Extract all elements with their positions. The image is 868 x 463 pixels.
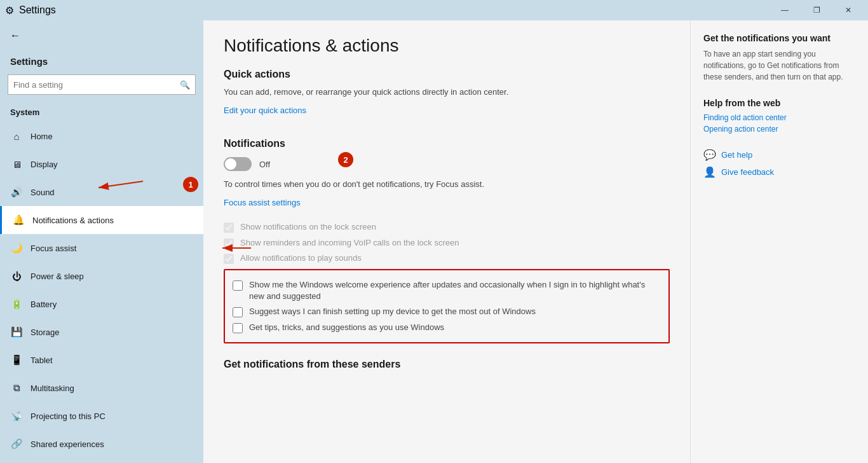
checkbox-welcome: Show me the Windows welcome experience a…	[233, 279, 661, 302]
notifications-title: Notifications	[224, 138, 670, 149]
checkbox-sounds: Allow notifications to play sounds	[224, 252, 670, 264]
home-icon: ⌂	[10, 131, 23, 142]
sidebar-item-multitasking[interactable]: ⧉ Multitasking	[0, 374, 203, 402]
notifications-icon: 🔔	[12, 214, 25, 226]
sidebar-item-home[interactable]: ⌂ Home	[0, 122, 203, 150]
title-bar-controls: — ❐ ✕	[770, 0, 863, 20]
minimize-button[interactable]: —	[770, 0, 799, 20]
title-bar-left: ⚙ Settings	[5, 4, 56, 17]
checkbox-tips-label: Get tips, tricks, and suggestions as you…	[249, 322, 444, 333]
right-panel-help: Help from the web Finding old action cen…	[703, 98, 855, 134]
sidebar-item-label-battery: Battery	[31, 300, 57, 309]
right-panel-link-opening[interactable]: Opening action center	[703, 125, 855, 134]
sidebar-item-label-power: Power & sleep	[31, 272, 84, 281]
sidebar-item-label-storage: Storage	[31, 328, 60, 337]
sidebar-item-label-display: Display	[31, 160, 58, 169]
sidebar-item-label-sound: Sound	[31, 188, 55, 197]
annotation-2: 2	[338, 152, 353, 167]
give-feedback-action[interactable]: 👤 Give feedback	[703, 166, 855, 178]
right-panel: Get the notifications you want To have a…	[690, 20, 868, 463]
notifications-section: Notifications Off 2 To control times whe…	[224, 138, 670, 343]
main-content: Notifications & actions Quick actions Yo…	[203, 20, 690, 463]
give-feedback-icon: 👤	[703, 166, 716, 178]
search-icon: 🔍	[180, 80, 190, 90]
get-help-icon: 💬	[703, 149, 716, 161]
sidebar-item-shared[interactable]: 🔗 Shared experiences	[0, 430, 203, 458]
power-icon: ⏻	[10, 271, 23, 282]
app-title: Settings	[0, 51, 203, 74]
annotation-1: 1	[183, 177, 198, 192]
sidebar-item-sound[interactable]: 🔊 Sound 1	[0, 178, 203, 206]
back-button[interactable]: ←	[0, 20, 203, 51]
quick-actions-section: Quick actions You can add, remove, or re…	[224, 69, 670, 125]
settings-icon: ⚙	[5, 4, 14, 17]
checkbox-voip-input[interactable]	[224, 238, 234, 249]
sidebar-item-label-multitasking: Multitasking	[31, 384, 74, 393]
sidebar-item-battery[interactable]: 🔋 Battery	[0, 290, 203, 318]
right-panel-link-finding[interactable]: Finding old action center	[703, 113, 855, 122]
focus-icon: 🌙	[10, 242, 23, 254]
checkbox-voip: Show reminders and incoming VoIP calls o…	[224, 237, 670, 249]
sidebar-item-label-shared: Shared experiences	[31, 439, 104, 449]
content-area: Notifications & actions Quick actions Yo…	[203, 20, 868, 463]
right-panel-notifications-text: To have an app start sending you notific…	[703, 48, 855, 83]
checkbox-setup: Suggest ways I can finish setting up my …	[233, 306, 661, 317]
sidebar: ← Settings 🔍 System ⌂ Home 🖥 Display 🔊 S…	[0, 20, 203, 463]
right-panel-get-notifications: Get the notifications you want To have a…	[703, 33, 855, 83]
tablet-icon: 📱	[10, 354, 23, 366]
checkbox-sounds-input[interactable]	[224, 254, 234, 264]
multitasking-icon: ⧉	[10, 382, 23, 394]
checkbox-welcome-label: Show me the Windows welcome experience a…	[249, 279, 661, 302]
toggle-row: Off 2	[224, 157, 670, 171]
sidebar-item-label-notifications: Notifications & actions	[32, 216, 114, 225]
storage-icon: 💾	[10, 326, 23, 338]
sidebar-item-display[interactable]: 🖥 Display	[0, 150, 203, 178]
search-input[interactable]	[13, 80, 180, 90]
highlight-box: Show me the Windows welcome experience a…	[224, 269, 670, 343]
get-senders-section: Get notifications from these senders	[224, 359, 670, 370]
maximize-button[interactable]: ❐	[802, 0, 831, 20]
sidebar-item-storage[interactable]: 💾 Storage	[0, 318, 203, 346]
display-icon: 🖥	[10, 159, 23, 170]
give-feedback-label: Give feedback	[721, 167, 774, 177]
get-help-action[interactable]: 💬 Get help	[703, 149, 855, 161]
sound-icon: 🔊	[10, 186, 23, 198]
sidebar-item-label-projecting: Projecting to this PC	[31, 411, 105, 421]
toggle-knob	[225, 158, 236, 170]
battery-icon: 🔋	[10, 298, 23, 310]
close-button[interactable]: ✕	[834, 0, 863, 20]
page-title: Notifications & actions	[224, 36, 670, 56]
sidebar-item-projecting[interactable]: 📡 Projecting to this PC	[0, 402, 203, 430]
checkbox-lockscreen-input[interactable]	[224, 223, 234, 233]
checkbox-setup-input[interactable]	[233, 307, 243, 317]
sidebar-item-label-focus: Focus assist	[31, 244, 76, 253]
checkbox-tips: Get tips, tricks, and suggestions as you…	[233, 322, 661, 333]
checkbox-voip-label: Show reminders and incoming VoIP calls o…	[240, 237, 459, 249]
quick-actions-title: Quick actions	[224, 69, 670, 80]
app-body: ← Settings 🔍 System ⌂ Home 🖥 Display 🔊 S…	[0, 20, 868, 463]
shared-icon: 🔗	[10, 438, 23, 450]
checkbox-lockscreen-label: Show notifications on the lock screen	[240, 221, 376, 233]
checkbox-lockscreen: Show notifications on the lock screen	[224, 221, 670, 233]
quick-actions-description: You can add, remove, or rearrange your q…	[224, 86, 670, 98]
title-bar: ⚙ Settings — ❐ ✕	[0, 0, 868, 20]
edit-quick-actions-link[interactable]: Edit your quick actions	[224, 106, 306, 115]
checkbox-setup-label: Suggest ways I can finish setting up my …	[249, 306, 536, 317]
right-panel-actions: 💬 Get help 👤 Give feedback	[703, 149, 855, 178]
search-box[interactable]: 🔍	[8, 74, 196, 95]
right-panel-help-heading: Help from the web	[703, 98, 855, 108]
title-bar-title: Settings	[19, 4, 56, 16]
right-panel-notifications-heading: Get the notifications you want	[703, 33, 855, 43]
checkbox-tips-input[interactable]	[233, 323, 243, 333]
back-icon: ←	[10, 30, 20, 41]
sidebar-item-focus[interactable]: 🌙 Focus assist	[0, 234, 203, 262]
focus-assist-settings-link[interactable]: Focus assist settings	[224, 198, 301, 207]
sidebar-item-tablet[interactable]: 📱 Tablet	[0, 346, 203, 374]
checkbox-sounds-label: Allow notifications to play sounds	[240, 252, 362, 264]
sidebar-item-label-home: Home	[31, 132, 53, 141]
checkbox-welcome-input[interactable]	[233, 280, 243, 291]
sidebar-item-power[interactable]: ⏻ Power & sleep	[0, 262, 203, 290]
notifications-toggle[interactable]	[224, 157, 252, 171]
toggle-label: Off	[259, 160, 270, 169]
sidebar-item-notifications[interactable]: 🔔 Notifications & actions	[0, 206, 203, 234]
